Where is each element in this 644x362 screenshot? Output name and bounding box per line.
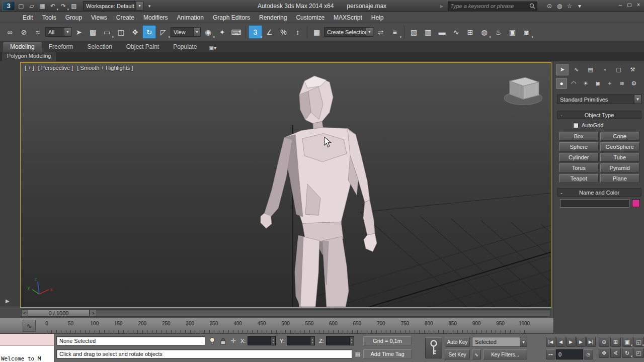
bind-to-space-warp[interactable]: ≈: [31, 25, 45, 39]
previous-frame-button[interactable]: ◀: [556, 337, 566, 347]
lights-category[interactable]: ☀: [580, 78, 591, 89]
menu-rendering[interactable]: Rendering: [255, 12, 291, 23]
render-production-dropdown-arrow[interactable]: ▾: [531, 35, 533, 39]
set-keys-button[interactable]: [425, 337, 442, 358]
toggle-scene-explorer[interactable]: ▧: [407, 25, 421, 39]
spinner-icon[interactable]: ▲▼: [271, 337, 275, 345]
macro-recorder-pane[interactable]: [0, 334, 54, 346]
menu-group[interactable]: Group: [61, 12, 87, 23]
undo-button[interactable]: ↶▾: [48, 2, 58, 11]
menu-views[interactable]: Views: [87, 12, 112, 23]
menu-graph-editors[interactable]: Graph Editors: [208, 12, 255, 23]
application-menu-button[interactable]: 3: [2, 1, 15, 11]
selection-region[interactable]: ▭▾: [100, 25, 114, 39]
ribbon-tab-modeling[interactable]: Modeling: [3, 42, 42, 52]
edit-named-selection-sets[interactable]: ▦: [310, 25, 324, 39]
infocenter-search-button[interactable]: ⊙: [544, 2, 554, 11]
auto-key-button[interactable]: Auto Key: [445, 337, 470, 347]
chevron-down-icon[interactable]: ▾: [520, 337, 527, 346]
selection-region-dropdown-arrow[interactable]: ▾: [112, 35, 114, 39]
schematic-view[interactable]: ⊞: [463, 25, 477, 39]
chevron-down-icon[interactable]: ▼: [634, 95, 641, 104]
field-of-view-button[interactable]: ∢: [610, 348, 621, 358]
play-animation-button[interactable]: ▶: [566, 337, 576, 347]
unlink-selection[interactable]: ⊘: [17, 25, 31, 39]
spinner-icon[interactable]: ▲▼: [310, 337, 314, 345]
primitive-box-button[interactable]: Box: [559, 132, 599, 141]
select-object[interactable]: ➤: [72, 25, 86, 39]
snaps-toggle[interactable]: 3▾: [249, 25, 262, 39]
systems-category[interactable]: ⚙: [628, 78, 639, 89]
y-coordinate-field[interactable]: ▲▼: [287, 336, 315, 345]
select-and-manipulate[interactable]: ✦: [215, 25, 229, 39]
object-type-rollout-header[interactable]: - Object Type: [557, 111, 641, 119]
snaps-toggle-dropdown-arrow[interactable]: ▾: [260, 35, 262, 39]
align-dropdown-arrow[interactable]: ▾: [399, 35, 401, 39]
name-and-color-rollout-header[interactable]: - Name and Color: [557, 188, 641, 197]
next-frame-button[interactable]: ▶: [576, 337, 586, 347]
geometry-category[interactable]: ●: [556, 78, 567, 89]
use-pivot-point-center[interactable]: ◉▾: [201, 25, 215, 39]
listener-pane[interactable]: Welcome to M: [0, 346, 54, 362]
selection-filter[interactable]: All▾: [45, 27, 71, 37]
ribbon-tab-freeform[interactable]: Freeform: [42, 42, 80, 52]
polygon-modeling-panel-tab[interactable]: Polygon Modeling: [2, 52, 56, 61]
toggle-ribbon[interactable]: ▬: [435, 25, 449, 39]
material-editor[interactable]: ◍▾: [477, 25, 491, 39]
object-color-swatch[interactable]: [632, 199, 640, 207]
workspace-dropdown[interactable]: Workspace: Default ▾: [83, 1, 143, 11]
favorites-button[interactable]: ☆: [565, 2, 575, 11]
track-bar[interactable]: ∿ 05010015020025030035040045050055060065…: [0, 318, 553, 333]
primitive-cone-button[interactable]: Cone: [600, 132, 640, 141]
selection-set-keying-dropdown[interactable]: Selected ▾: [472, 337, 527, 347]
menu-animation[interactable]: Animation: [173, 12, 208, 23]
orbit-button[interactable]: ↻▾: [622, 348, 632, 358]
primitive-geosphere-button[interactable]: GeoSphere: [600, 142, 640, 151]
viewport-menu-view[interactable]: [ Perspective ]: [38, 65, 73, 71]
menu-tools[interactable]: Tools: [38, 12, 61, 23]
select-and-move[interactable]: ✥: [128, 25, 142, 39]
absolute-offset-mode-icon[interactable]: ✛: [229, 336, 238, 345]
angle-snap-toggle[interactable]: ∠: [263, 25, 276, 39]
render-setup[interactable]: ♨: [492, 25, 505, 39]
hierarchy-tab[interactable]: ▤: [584, 64, 597, 75]
modify-tab[interactable]: ∿: [570, 64, 583, 75]
redo-button[interactable]: ↷▾: [58, 2, 68, 11]
primitive-tube-button[interactable]: Tube: [600, 153, 640, 162]
primitive-cylinder-button[interactable]: Cylinder: [559, 153, 599, 162]
ribbon-tab-object-paint[interactable]: Object Paint: [119, 42, 166, 52]
toggle-layer-explorer[interactable]: ▥: [421, 25, 435, 39]
orbit-button-dropdown-arrow[interactable]: ▾: [630, 354, 632, 358]
go-to-start-button[interactable]: |◀: [546, 337, 555, 347]
primitive-plane-button[interactable]: Plane: [600, 174, 640, 183]
primitive-torus-button[interactable]: Torus: [559, 163, 599, 172]
zoom-region-button-dropdown-arrow[interactable]: ▾: [642, 343, 644, 347]
minimize-button[interactable]: –: [616, 1, 624, 8]
selection-filter-arrow[interactable]: ▾: [64, 28, 71, 36]
ribbon-tab-populate[interactable]: Populate: [166, 42, 204, 52]
select-and-rotate[interactable]: ↻: [142, 25, 156, 39]
menu-modifiers[interactable]: Modifiers: [139, 12, 173, 23]
curve-editor[interactable]: ∿: [449, 25, 463, 39]
time-configuration-button[interactable]: ◷: [584, 349, 593, 359]
next-frame-arrow[interactable]: >: [90, 310, 96, 316]
maximize-button[interactable]: ▢: [625, 1, 633, 8]
align[interactable]: ≡▾: [388, 25, 401, 39]
x-coordinate-field[interactable]: ▲▼: [248, 336, 276, 345]
autogrid-checkbox[interactable]: [573, 123, 579, 128]
object-name-field[interactable]: [560, 199, 629, 208]
render-production[interactable]: ◙▾: [520, 25, 533, 39]
new-scene-button[interactable]: ▢: [16, 2, 26, 11]
primitive-sphere-button[interactable]: Sphere: [559, 142, 599, 151]
reference-coordinate-system-arrow[interactable]: ▾: [193, 28, 200, 36]
save-file-button[interactable]: ▦: [37, 2, 47, 11]
chevron-down-icon[interactable]: ▾: [136, 2, 143, 10]
viewport-menu-shading[interactable]: [ Smooth + Highlights ]: [77, 65, 133, 71]
material-editor-dropdown-arrow[interactable]: ▾: [489, 35, 491, 39]
mirror[interactable]: ⇌: [374, 25, 387, 39]
primitive-teapot-button[interactable]: Teapot: [559, 174, 599, 183]
set-key-mode-button[interactable]: Set Key: [445, 349, 470, 359]
menu-help[interactable]: Help: [367, 12, 388, 23]
space-warps-category[interactable]: ≋: [616, 78, 627, 89]
use-pivot-point-center-dropdown-arrow[interactable]: ▾: [213, 35, 215, 39]
